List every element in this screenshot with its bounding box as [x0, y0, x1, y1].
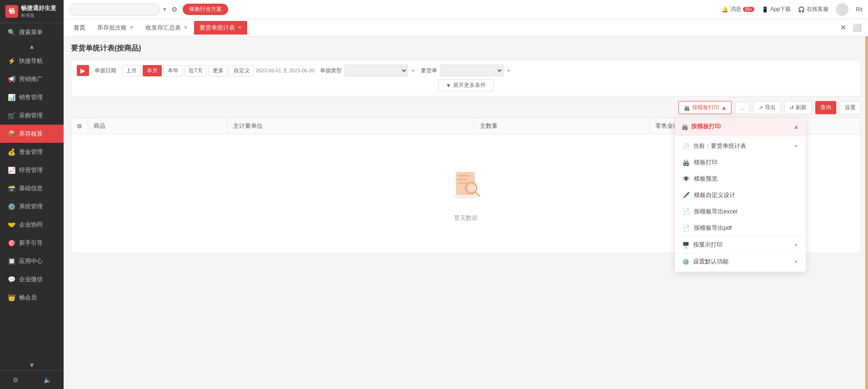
- query-btn[interactable]: 查询: [815, 101, 836, 114]
- sidebar-item-finance[interactable]: 💰 资金管理: [0, 143, 64, 161]
- export-btn[interactable]: ↗ 导出: [753, 101, 781, 114]
- template-design-item[interactable]: 🖊️ 模板自定义设计: [675, 187, 806, 203]
- settings-table-btn[interactable]: 设置: [840, 101, 861, 114]
- template-export-excel-item[interactable]: 📄 按模板导出excel: [675, 203, 806, 220]
- sidebar-item-operation[interactable]: 📈 经营管理: [0, 161, 64, 179]
- username-label[interactable]: Rit: [856, 6, 863, 13]
- sound-bottom-btn[interactable]: 🔈: [40, 374, 55, 385]
- svg-rect-2: [458, 175, 470, 177]
- filter-row: ▶ 单据日期 上月 本月 本年 近7天 更多 自定义 2023-06-01 至 …: [77, 65, 855, 76]
- messages-button[interactable]: 🔔 消息 99+: [722, 5, 754, 13]
- print-dropdown: 🖨️ 按模板打印 ▲ 📄 当前：要货单统计表 ▼ 🖨️: [674, 117, 806, 272]
- template-preview-item[interactable]: 👁️ 模板预览: [675, 171, 806, 187]
- date-last7-btn[interactable]: 近7天: [185, 65, 207, 76]
- display-print-item[interactable]: 🖥️ 按显示打印 ▼: [675, 236, 806, 253]
- date-custom-btn[interactable]: 自定义: [229, 65, 254, 76]
- design-icon: 🖊️: [682, 192, 690, 199]
- settings-bottom-btn[interactable]: ⚙: [9, 374, 22, 385]
- print-dropdown-icon: 🖨️: [681, 123, 688, 130]
- date-filter-label: 单据日期: [95, 67, 116, 75]
- sidebar-item-collab[interactable]: 🤝 企业协同: [0, 216, 64, 234]
- display-print-label: 按显示打印: [693, 241, 723, 249]
- tab-receipt-close[interactable]: ✕: [184, 25, 188, 30]
- tab-batch-label: 库存批次账: [97, 24, 127, 32]
- inventory-icon: 📦: [7, 130, 15, 138]
- tabbar: 首页 库存批次账 ✕ 收发存汇总表 ✕ 要货单统计表 ✕ ✕ ⬜: [64, 19, 868, 36]
- order-type-chevron-icon: ▼: [506, 68, 511, 73]
- sidebar-item-basic[interactable]: 🗃️ 基础信息: [0, 179, 64, 197]
- topbar-search-input[interactable]: [69, 3, 160, 16]
- sidebar-item-sales[interactable]: 📊 销售管理: [0, 88, 64, 106]
- finance-icon: 💰: [7, 148, 15, 156]
- sidebar-item-inventory[interactable]: 📦 库存核算: [0, 125, 64, 143]
- tab-restore-btn[interactable]: ⬜: [851, 22, 863, 33]
- sidebar-item-member[interactable]: 👑 畅会员: [0, 288, 64, 307]
- tab-batch-close[interactable]: ✕: [130, 25, 134, 30]
- online-service-button[interactable]: 🎧 在线客服: [798, 5, 828, 13]
- more-label: ...: [740, 105, 745, 111]
- topbar-right: 🔔 消息 99+ 📱 App下载 🎧 在线客服 Rit: [722, 3, 863, 16]
- filter-expand-btn[interactable]: ▶: [77, 65, 89, 76]
- messages-label: 消息: [730, 5, 741, 13]
- app-download-button[interactable]: 📱 App下载: [762, 5, 791, 13]
- print-dropdown-header: 🖨️ 按模板打印 ▲: [675, 118, 806, 136]
- set-default-item[interactable]: ⚙️ 设置默认功能 ▼: [675, 253, 806, 270]
- order-type-select[interactable]: [440, 65, 504, 76]
- tab-batch[interactable]: 库存批次账 ✕: [92, 21, 139, 35]
- user-avatar[interactable]: [836, 3, 848, 16]
- sidebar-scroll-up[interactable]: ▲: [0, 41, 64, 52]
- more-btn[interactable]: ...: [735, 102, 750, 114]
- set-default-icon: ⚙️: [682, 258, 689, 265]
- topbar-chevron-icon[interactable]: ▼: [162, 6, 168, 13]
- template-export-pdf-item[interactable]: 📄 按模板导出pdf: [675, 220, 806, 236]
- sidebar-item-wechat[interactable]: 💬 企业微信: [0, 270, 64, 288]
- sidebar-scroll-down[interactable]: ▼: [0, 360, 64, 370]
- trial-button[interactable]: 体验行业方案: [183, 4, 228, 15]
- resize-handle[interactable]: [865, 36, 868, 389]
- display-print-chevron: ▼: [794, 242, 798, 248]
- tab-home[interactable]: 首页: [68, 21, 91, 35]
- empty-text: 暂无数据: [454, 214, 478, 222]
- date-more-btn[interactable]: 更多: [209, 65, 228, 76]
- template-export-pdf-label: 按模板导出pdf: [694, 224, 732, 232]
- template-print-item[interactable]: 🖨️ 模板打印: [675, 154, 806, 171]
- tab-close-all-btn[interactable]: ✕: [838, 22, 848, 33]
- tab-order-stat[interactable]: 要货单统计表 ✕: [194, 21, 247, 35]
- sidebar-item-label: 采购管理: [19, 111, 43, 120]
- sidebar-item-apps[interactable]: 🔲 应用中心: [0, 252, 64, 270]
- printer-icon: 🖨️: [683, 105, 690, 111]
- order-type-filter: 要货单 ▼: [421, 65, 511, 76]
- template-design-label: 模板自定义设计: [694, 191, 735, 199]
- sidebar-item-label: 新手引导: [19, 239, 43, 247]
- current-template-item[interactable]: 📄 当前：要货单统计表 ▼: [675, 137, 806, 154]
- doc-type-select[interactable]: [344, 65, 408, 76]
- print-dropdown-close-btn[interactable]: ▲: [793, 123, 799, 130]
- quick-icon: ⚡: [7, 57, 15, 65]
- sidebar: 畅 畅捷通好生意 标准版 🔍 搜索菜单 ▲ ⚡ 快捷导航 📢 营销推广 📊 销售…: [0, 0, 64, 389]
- tab-order-stat-close[interactable]: ✕: [238, 25, 242, 30]
- empty-svg: [448, 165, 484, 202]
- tab-receipt[interactable]: 收发存汇总表 ✕: [140, 21, 193, 35]
- app-edition: 标准版: [21, 12, 56, 18]
- tab-order-stat-label: 要货单统计表: [200, 24, 235, 32]
- topbar: ▼ ⚙ 体验行业方案 🔔 消息 99+ 📱 App下载 🎧 在线客服 Rit: [64, 0, 868, 19]
- sidebar-item-quick[interactable]: ⚡ 快捷导航: [0, 52, 64, 70]
- date-current-month-btn[interactable]: 本月: [143, 65, 162, 76]
- refresh-btn[interactable]: ↺ 刷新: [784, 101, 812, 114]
- sidebar-item-purchase[interactable]: 🛒 采购管理: [0, 106, 64, 125]
- refresh-label: 刷新: [796, 104, 807, 111]
- expand-more-btn[interactable]: ▼ 展开更多条件: [438, 79, 494, 91]
- topbar-gear-icon[interactable]: ⚙: [171, 5, 177, 14]
- sidebar-item-system[interactable]: ⚙️ 系统管理: [0, 197, 64, 216]
- printer2-icon: 🖨️: [682, 159, 690, 166]
- date-current-year-btn[interactable]: 本年: [164, 65, 183, 76]
- print-template-btn[interactable]: 🖨️ 按模板打印 ▲: [678, 101, 732, 114]
- set-default-left: ⚙️ 设置默认功能: [682, 258, 728, 266]
- sidebar-item-search[interactable]: 🔍 搜索菜单: [0, 23, 64, 41]
- messages-badge: 99+: [743, 7, 754, 12]
- date-prev-month-btn[interactable]: 上月: [122, 65, 141, 76]
- print-dropdown-title: 🖨️ 按模板打印: [681, 122, 721, 131]
- settings-col-icon[interactable]: ⚙: [77, 123, 82, 130]
- sidebar-item-guide[interactable]: 🎯 新手引导: [0, 234, 64, 252]
- sidebar-item-marketing[interactable]: 📢 营销推广: [0, 70, 64, 88]
